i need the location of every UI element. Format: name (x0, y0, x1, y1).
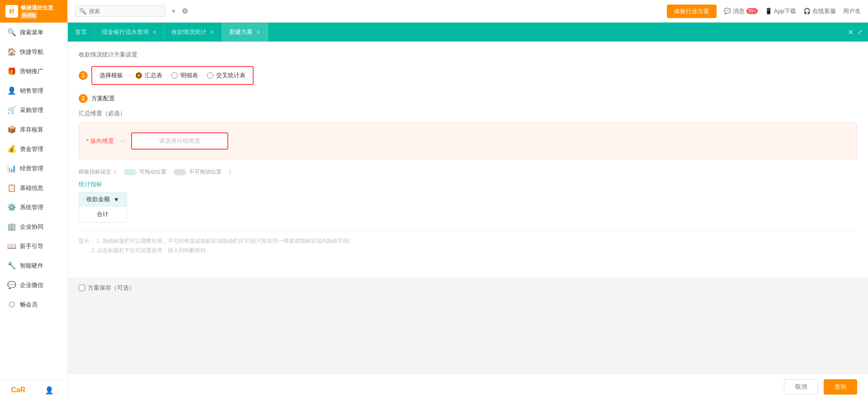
tab-home[interactable]: 首页 (68, 23, 94, 42)
tab-bank-flow-close[interactable]: ✕ (152, 29, 156, 35)
download-action[interactable]: 📱 App下载 (765, 7, 796, 15)
member-icon: ⬡ (7, 300, 16, 309)
tab-new-plan-label: 新建方案 (229, 28, 253, 36)
user-action[interactable]: 用户名 (843, 7, 861, 15)
sidebar-item-sys-mgmt[interactable]: ⚙️ 系统管理 (0, 198, 67, 217)
save-checkbox[interactable] (79, 285, 85, 291)
sidebar-item-label: 资金管理 (20, 145, 43, 153)
cancel-button[interactable]: 取消 (784, 379, 818, 395)
sidebar-item-label: 经营管理 (20, 165, 43, 173)
sidebar-item-enterprise[interactable]: 🏢 企业协同 (0, 217, 67, 236)
sidebar-item-label: 营销推广 (20, 67, 43, 75)
step1-section: 1 选择模板 汇总表 明细表 (79, 66, 857, 85)
home-icon: 🏠 (7, 47, 16, 56)
tips-area: 提示： 1. 拖动标题栏可以调整布局，不可跨维度或指标区域拖动栏目字段(只能在同… (79, 231, 857, 260)
radio-cross-label: 交叉统计表 (216, 71, 245, 80)
sidebar-item-inventory[interactable]: 📦 库存核算 (0, 120, 67, 139)
search-icon: 🔍 (7, 28, 16, 37)
sidebar-item-operation[interactable]: 📊 经营管理 (0, 159, 67, 178)
step1-num: 1 (79, 71, 88, 80)
notice-icon: 💬 (724, 8, 731, 14)
sidebar-item-marketing[interactable]: 🎁 营销推广 (0, 61, 67, 81)
tab-new-plan-close[interactable]: ✕ (256, 29, 260, 35)
chevron-down-icon[interactable]: ▼ (113, 196, 119, 203)
sidebar-item-label: 企业微信 (20, 281, 43, 289)
radio-detail-label: 明细表 (180, 71, 198, 80)
tab-receipt-stats-close[interactable]: ✕ (210, 29, 214, 35)
main-area: 🔍 ▼ ⚙ 体验行业方案 💬 消息 99+ 📱 App下载 🎧 在线客服 用户名 (68, 0, 868, 400)
sidebar-item-smart-hw[interactable]: 🔧 智能硬件 (0, 256, 67, 275)
sidebar-bottom-right[interactable]: 👤 (35, 384, 64, 396)
step2-section: 2 方案配置 汇总维度（必选） * 纵向维度 → 请选择分组维度 (79, 94, 857, 260)
sidebar-item-label: 系统管理 (20, 203, 43, 212)
sidebar-item-label: 智能硬件 (20, 262, 43, 270)
search-icon: 🔍 (79, 8, 86, 14)
dimension-title: 汇总维度（必选） (79, 109, 857, 118)
tab-bank-flow[interactable]: 现金银行流水查询 ✕ (94, 23, 164, 42)
tab-bank-flow-label: 现金银行流水查询 (102, 28, 149, 36)
metrics-col-label: 收款金额 (86, 195, 110, 203)
toggle-draggable: 可拖动位置 (124, 168, 166, 176)
sidebar-item-basic-info[interactable]: 📋 基础信息 (0, 178, 67, 198)
top-header: 🔍 ▼ ⚙ 体验行业方案 💬 消息 99+ 📱 App下载 🎧 在线客服 用户名 (68, 0, 868, 23)
sidebar-item-label: 畅会员 (20, 301, 38, 309)
dropdown-arrow-icon[interactable]: ▼ (171, 8, 176, 14)
radio-cross[interactable]: 交叉统计表 (207, 71, 245, 80)
fixed-label: 不可拖动位置 (189, 168, 222, 176)
service-icon: 🎧 (803, 8, 811, 14)
metrics-table-header[interactable]: 收款金额 ▼ (79, 193, 127, 207)
template-select-box: 选择模板 汇总表 明细表 (91, 66, 254, 85)
tab-bar-actions: ✕ ⤢ (848, 28, 868, 37)
logo-text: 畅捷通好生意 (21, 4, 53, 12)
money-icon: 💰 (7, 145, 16, 153)
gear-icon[interactable]: ⚙ (182, 7, 188, 15)
sidebar-item-purchase[interactable]: 🛒 采购管理 (0, 100, 67, 120)
draggable-toggle[interactable] (124, 169, 137, 175)
page-title: 收款情况统计方案设置 (79, 51, 857, 59)
dimension-row: * 纵向维度 → 请选择分组维度 (86, 132, 849, 150)
fixed-toggle[interactable] (174, 169, 186, 175)
sidebar-item-finance[interactable]: 💰 资金管理 (0, 139, 67, 159)
sidebar-item-label: 搜索菜单 (20, 28, 43, 37)
tab-new-plan[interactable]: 新建方案 ✕ (222, 23, 268, 42)
sidebar-item-label: 快捷导航 (20, 48, 43, 56)
building-icon: 🏢 (7, 222, 16, 231)
config-section: 汇总维度（必选） * 纵向维度 → 请选择分组维度 模板指标设定（ (79, 109, 857, 260)
car-label: CaR (11, 386, 25, 394)
tab-receipt-stats[interactable]: 收款情况统计 ✕ (164, 23, 222, 42)
radio-detail[interactable]: 明细表 (171, 71, 198, 80)
sidebar-item-quick-nav[interactable]: 🏠 快捷导航 (0, 42, 67, 61)
sidebar-item-member[interactable]: ⬡ 畅会员 (0, 295, 67, 314)
template-radio-group: 汇总表 明细表 交叉统计表 (136, 71, 245, 80)
sidebar-item-label: 采购管理 (20, 106, 43, 114)
query-button[interactable]: 查询 (824, 379, 857, 395)
sidebar-item-new-guide[interactable]: 📖 新手引导 (0, 236, 67, 256)
tips-item-1: 2. 点击标题栏下拉可设置排序、插入列和删除列 (91, 247, 206, 254)
dimension-area: * 纵向维度 → 请选择分组维度 (79, 123, 857, 159)
header-search-box[interactable]: 🔍 (75, 5, 165, 17)
search-input[interactable] (89, 8, 152, 14)
close-paren: ） (229, 168, 234, 176)
tab-close-all-icon[interactable]: ✕ (848, 28, 854, 37)
sidebar-item-search-menu[interactable]: 🔍 搜索菜单 (0, 23, 67, 42)
step1-label: 选择模板 (99, 71, 123, 80)
radio-summary[interactable]: 汇总表 (136, 71, 162, 80)
sidebar-bottom-left[interactable]: CaR (4, 384, 33, 396)
download-icon: 📱 (765, 8, 772, 14)
tab-receipt-stats-label: 收款情况统计 (171, 28, 207, 36)
service-action[interactable]: 🎧 在线客服 (803, 7, 836, 15)
save-option: 方案保存（可选） (79, 284, 857, 292)
sidebar-item-sales[interactable]: 👤 销售管理 (0, 81, 67, 100)
book-icon: 📖 (7, 242, 16, 250)
sidebar: 好 畅捷通好生意 标准版 🔍 搜索菜单 🏠 快捷导航 🎁 营销推广 👤 销售管理… (0, 0, 68, 400)
content-card: 收款情况统计方案设置 1 选择模板 汇总表 (68, 42, 868, 278)
trial-industry-button[interactable]: 体验行业方案 (667, 5, 717, 18)
clipboard-icon: 📋 (7, 184, 16, 192)
sidebar-logo: 好 畅捷通好生意 标准版 (0, 0, 67, 23)
tips-title: 提示： (79, 238, 95, 244)
sidebar-item-wechat[interactable]: 💬 企业微信 (0, 275, 67, 295)
user-icon: 👤 (7, 86, 16, 95)
tab-expand-icon[interactable]: ⤢ (857, 28, 863, 36)
dimension-select-button[interactable]: 请选择分组维度 (131, 132, 228, 150)
notice-action[interactable]: 💬 消息 99+ (724, 7, 758, 15)
